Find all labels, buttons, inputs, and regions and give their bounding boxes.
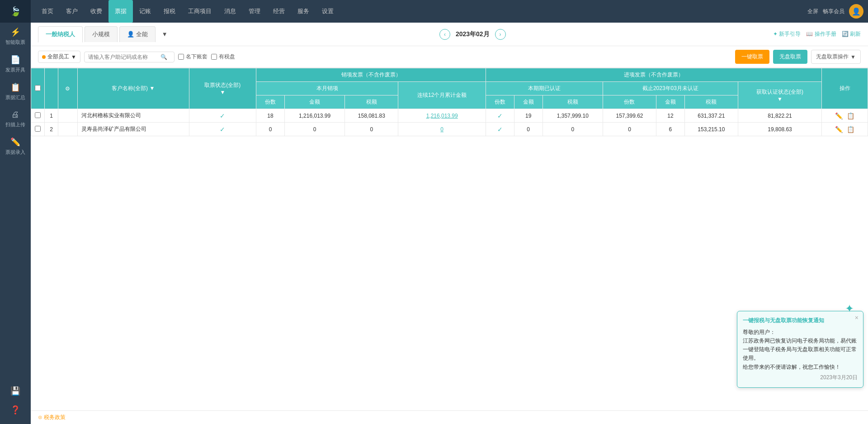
verify-filter-icon[interactable]: ▼ xyxy=(777,96,783,102)
th-check xyxy=(31,68,45,109)
search-icon[interactable]: 🔍 xyxy=(160,54,167,60)
filter-icon[interactable]: ▼ xyxy=(149,85,155,91)
nav-operation[interactable]: 经营 xyxy=(267,0,291,23)
notification-date: 2023年3月20日 xyxy=(743,373,858,382)
employee-dot xyxy=(42,55,46,59)
fullscreen-btn[interactable]: 全屏 xyxy=(807,8,818,15)
no-disk-ops-btn[interactable]: 无盘取票操作 ▼ xyxy=(811,50,861,64)
row-cumulative-1[interactable]: 0 xyxy=(398,123,486,136)
sidebar-item-invoice-summary[interactable]: 📋 票据汇总 xyxy=(0,78,31,105)
row-purchase-qty-1: 0 xyxy=(514,123,542,136)
nav-biz[interactable]: 工商项目 xyxy=(182,0,218,23)
row-check-0[interactable] xyxy=(31,109,45,123)
row-purchase-tax-1: 0 xyxy=(603,123,656,136)
notification-close-btn[interactable]: × xyxy=(855,314,859,321)
row-cumulative-0[interactable]: 1,216,013.99 xyxy=(398,109,486,123)
row-monthly-amount-0: 1,216,013.99 xyxy=(284,109,344,123)
one-key-fetch-btn[interactable]: 一键取票 xyxy=(735,50,769,64)
checkbox-taxdisk[interactable]: 有税盘 xyxy=(211,53,235,61)
sidebar-item-invoice-open[interactable]: 📄 发票开具 xyxy=(0,50,31,78)
th-no xyxy=(45,68,58,109)
row-detail-btn-0[interactable]: 📋 xyxy=(847,112,854,119)
sidebar-item-download[interactable]: 💾 xyxy=(0,381,31,400)
search-box: 🔍 xyxy=(84,52,175,62)
row-monthly-qty-1: 0 xyxy=(256,123,285,136)
sidebar-item-data-entry[interactable]: ✏️ 票据录入 xyxy=(0,133,31,160)
sidebar-item-label: 发票开具 xyxy=(5,67,25,73)
row-purchase-amount-0: 1,357,999.10 xyxy=(542,109,603,123)
notification-content: 江苏政务网已恢复访问电子税务局功能，易代账一键登陆电子税务局与无盘取票相关功能可… xyxy=(743,337,858,363)
row-edit-btn-1[interactable]: ✏️ xyxy=(835,126,843,133)
download-icon: 💾 xyxy=(10,386,20,396)
sidebar-item-scan-upload[interactable]: 🖨 扫描上传 xyxy=(0,105,31,133)
tab-small[interactable]: 小规模 xyxy=(85,26,118,42)
member-btn[interactable]: 畅享会员 xyxy=(823,8,844,15)
header-section: 一般纳税人 小规模 👤 全能 ▼ ‹ 2023年02月 › ✦ 新手引导 📖 操… xyxy=(31,23,868,46)
row-purchase-qty-0: 19 xyxy=(514,109,542,123)
th-fetch-status: 取票状态(全部) ▼ xyxy=(189,68,256,109)
row-check-1[interactable] xyxy=(31,123,45,136)
sidebar: 🍃 ⚡ 智能取票 📄 发票开具 📋 票据汇总 🖨 扫描上传 ✏️ 票据录入 💾 … xyxy=(0,0,31,424)
employee-select[interactable]: 全部员工 ▼ xyxy=(38,51,80,63)
nav-home[interactable]: 首页 xyxy=(35,0,60,23)
row-customer-1: 灵寿县尚泽矿产品有限公司 xyxy=(77,123,189,136)
month-next-btn[interactable]: › xyxy=(495,29,506,40)
th-config: ⚙ xyxy=(58,68,78,109)
row-monthly-tax-1: 0 xyxy=(345,123,398,136)
select-all-checkbox[interactable] xyxy=(35,85,41,91)
th-purchase-qty: 份数 xyxy=(486,95,514,109)
th-purchase-tax: 税额 xyxy=(542,95,603,109)
row-customer-0: 河北柯橹栋实业有限公司 xyxy=(77,109,189,123)
nav-message[interactable]: 消息 xyxy=(218,0,242,23)
avatar[interactable]: 👤 xyxy=(849,4,863,19)
data-entry-icon: ✏️ xyxy=(10,137,20,147)
checkbox-accounts[interactable]: 名下账套 xyxy=(178,53,208,61)
sidebar-item-help[interactable]: ❓ xyxy=(0,400,31,419)
nav-service[interactable]: 服务 xyxy=(291,0,316,23)
notification-greeting: 尊敬的用户： xyxy=(743,328,858,337)
th-verify-status: 获取认证状态(全部) ▼ xyxy=(738,82,821,109)
checkbox-taxdisk-input[interactable] xyxy=(211,54,217,60)
notification-title: 一键报税与无盘取票功能恢复通知 xyxy=(743,317,858,324)
sidebar-logo: 🍃 xyxy=(0,0,31,23)
row-purchase-tax-0: 157,399.62 xyxy=(603,109,656,123)
row-purchase-amount-1: 0 xyxy=(542,123,603,136)
nav-bookkeeping[interactable]: 记账 xyxy=(133,0,157,23)
nav-settings[interactable]: 设置 xyxy=(316,0,340,23)
new-guide-btn[interactable]: ✦ 新手引导 xyxy=(773,30,801,38)
month-nav: ‹ 2023年02月 › xyxy=(176,29,769,40)
refresh-btn[interactable]: 🔄 刷新 xyxy=(842,30,861,38)
month-prev-btn[interactable]: ‹ xyxy=(439,29,450,40)
notification-scroll[interactable]: 尊敬的用户： 江苏政务网已恢复访问电子税务局功能，易代账一键登陆电子税务局与无盘… xyxy=(743,328,858,382)
sidebar-item-smart-fetch[interactable]: ⚡ 智能取票 xyxy=(0,23,31,50)
nav-customer[interactable]: 客户 xyxy=(60,0,84,23)
nav-billing[interactable]: 收费 xyxy=(84,0,108,23)
row-detail-btn-1[interactable]: 📋 xyxy=(847,126,854,133)
row-unverified-qty-0: 12 xyxy=(656,109,685,123)
topnav-right: 全屏 畅享会员 👤 xyxy=(807,4,863,19)
nav-invoice[interactable]: 票据 xyxy=(108,0,133,23)
row-action-1: ✏️ 📋 xyxy=(822,123,868,136)
tabs-left: 一般纳税人 小规模 👤 全能 ▼ xyxy=(38,26,172,42)
row-no-0: 1 xyxy=(45,109,58,123)
tax-policy-link[interactable]: ⊙ 税务政策 xyxy=(38,414,66,421)
tab-all[interactable]: 👤 全能 xyxy=(119,26,156,42)
checkbox-accounts-input[interactable] xyxy=(178,54,184,60)
nav-manage[interactable]: 管理 xyxy=(242,0,267,23)
top-nav: 首页 客户 收费 票据 记账 报税 工商项目 消息 管理 经营 服务 设置 全屏… xyxy=(31,0,868,23)
header-right: ✦ 新手引导 📖 操作手册 🔄 刷新 xyxy=(773,30,861,38)
row-edit-btn-0[interactable]: ✏️ xyxy=(835,112,843,119)
row-action-0: ✏️ 📋 xyxy=(822,109,868,123)
sidebar-bottom: 💾 ❓ xyxy=(0,381,31,424)
all-tab-icon: 👤 xyxy=(127,31,134,38)
main-table: ⚙ 客户名称(全部) ▼ 取票状态(全部) ▼ 销项发票（不含作废票） 进项发票… xyxy=(31,68,868,136)
manual-btn[interactable]: 📖 操作手册 xyxy=(806,30,836,38)
no-disk-fetch-btn[interactable]: 无盘取票 xyxy=(773,50,807,64)
search-input[interactable] xyxy=(88,54,160,60)
tab-more-btn[interactable]: ▼ xyxy=(157,27,172,41)
row-fetch-status-1: ✓ xyxy=(189,123,256,136)
fetch-filter-icon[interactable]: ▼ xyxy=(220,89,225,95)
tab-general[interactable]: 一般纳税人 xyxy=(38,26,83,43)
th-purchase-amount: 金额 xyxy=(514,95,542,109)
nav-tax[interactable]: 报税 xyxy=(157,0,182,23)
